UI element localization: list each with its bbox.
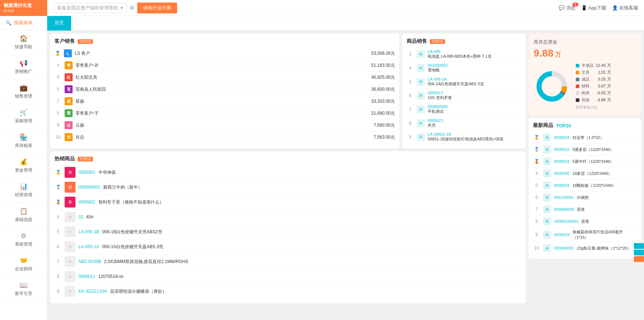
float-community-button[interactable]: 服务社区 [634,250,644,255]
sidebar-label-purchase: 采购管理 [15,118,32,124]
float-live-button[interactable]: 直播 [634,256,644,262]
dropdown-icon: ▾ [121,5,123,11]
new-name-5: 18颗粒板（1220*2440） [572,183,616,188]
hot-img-7: Ai [65,256,76,267]
hot-code-5: LA-056-1B [78,229,99,234]
legend-item-finished: 成品 0.25 万 [576,77,611,82]
list-item: 8 Ai 0000011 12070519-xs [54,269,521,284]
list-item: 5 Ai 0000029 18颗粒板（1220*2440） [533,180,637,192]
rank-4: 4 [54,63,62,68]
legend-dot-meat [576,91,579,95]
search-menu[interactable]: 🔍 搜索菜单 [0,16,47,30]
list-item: 10 Ai 003800001 22g鱼豆腐-烧烤味（1*12*20） [533,242,637,254]
legend-value-other: -3.86 万 [596,97,611,103]
new-name-4: 18多层（1220*2440） [572,171,612,176]
sidebar-label-finance: 资金管理 [15,167,32,173]
system-selector[interactable]: 装备及固定资产辅助管理系统 ▾ [53,3,127,13]
table-row: 3 Ai LA-089 电池盖 LA-089 ABS本色+黑种 7.1克 [407,48,521,61]
new-name-8: 原查 [581,219,589,224]
list-item: 9 Ai KK-SD22110H 花语萌恒温分腿睡袋（厚款） [54,284,521,299]
customer-top10-list: 🥇 L LS 客户 53,006.26元 4 零 零售客户-许 51,183. [54,48,395,143]
hot-name-5: 056-1B白色按键开关壳ABS2壳 [102,229,162,235]
product-code-3: LA-089 [428,49,521,54]
hot-img-8: Ai [65,271,76,282]
new-icon-1: Ai [543,134,551,141]
sidebar-item-operations[interactable]: 📊 经营管理 [0,178,47,203]
new-name-3: 5厘中纤（1220*2440） [572,159,614,164]
hot-name-3: 智利车子里（规格不知道填什么） [98,199,164,205]
logo-sub: 标准版 [4,8,32,13]
sidebar-item-sales[interactable]: 💼 销售管理 [0,79,47,104]
legend-item-semi: 半成品 12.45 万 [576,63,611,68]
new-icon-6: Ai [543,193,551,201]
legend-item-other: 其他 -3.86 万 [576,97,611,103]
table-row: 5 Ai LA-056-1A 056-1A白色按键开关盖ABS 3克 [407,75,521,89]
tab-home[interactable]: 首页 [47,16,71,30]
product-icon-7: Ai [417,106,425,114]
hot-products-badge: TOP10 [78,157,93,161]
inventory-unit: 万 [555,51,561,59]
service-button[interactable]: 👤 在线客服 [612,5,638,11]
float-service-button[interactable]: 客服热线 [634,243,644,249]
legend-label-stationery: 文具 [582,70,590,75]
product-code-5: LA-056-1A [428,77,521,81]
legend-dot-other [576,98,579,102]
message-button[interactable]: 💬 消息 6 [559,5,575,11]
product-name-6: 10S 变利罗浆 [428,95,521,100]
app-download-button[interactable]: 📱 App下载 [581,5,606,11]
sidebar-item-guide[interactable]: 📖 新手引导 [0,277,47,301]
sidebar-item-inventory[interactable]: 🏪 库存核算 [0,129,47,153]
sidebar-item-home[interactable]: 🏠 快捷导航 [0,30,47,55]
home-icon: 🏠 [20,34,28,42]
service-icon: 👤 [612,5,618,11]
customer-name-6: 苍南县人民医院 [76,86,368,93]
sidebar-item-marketing[interactable]: 📢 营销推广 [0,55,47,79]
new-name-7: 原查 [577,207,585,212]
settings-button[interactable]: ⚙ [127,3,137,13]
hot-products-list: 🥇 图 0000001 中华神器 🥈 图 000500001 新西兰牛肉（新牛） [54,165,521,299]
sidebar-item-finance[interactable]: 💰 资金管理 [0,153,47,178]
new-code-3: 0000031 [554,159,570,164]
marketing-icon: 📢 [20,59,28,67]
new-name-2: 5厘多层（1220*2440） [572,147,614,152]
legend-value-meat: -0.05 万 [596,90,611,96]
purchase-icon: 🛒 [20,108,28,116]
logo: 畅捷通好生意 标准版 [0,0,47,16]
table-row: 4 零 零售客户-许 51,183.00元 [54,60,395,71]
hot-img-5: Ai [65,226,76,237]
list-item: 6 Ai LA-056-1A 056-1A白色按键开关盖ABS 3壳 [54,239,521,254]
sidebar-item-enterprise[interactable]: 🤝 企业协同 [0,252,47,277]
new-icon-3: Ai [543,157,551,165]
legend-dot-finished [576,78,579,81]
sidebar-label-marketing: 营销推广 [15,69,32,75]
new-name-10: 22g鱼豆腐-烧烤味（1*12*20） [577,246,631,251]
sidebar-item-system[interactable]: ⚙ 系统管理 [0,227,47,252]
sidebar-label-operations: 经营管理 [15,192,32,198]
product-name-9: 59651-1B旋转投影灯电池盒ABS黑色+58克 [428,136,521,142]
product-icon-8: Ai [417,119,425,127]
list-item: 🥈 图 000500001 新西兰牛肉（新牛） [54,180,521,195]
message-badge: 6 [572,3,578,7]
product-icon: Ai [417,50,425,58]
hot-img-3: 图 [65,197,76,208]
sidebar-label-enterprise: 企业协同 [15,266,32,272]
hot-name-2: 新西兰牛肉（新牛） [103,184,142,190]
hot-code-3: 0000002 [78,200,95,205]
trial-button[interactable]: 体验行业方案 [137,3,177,13]
legend-label-semi: 半成品 [582,63,594,68]
sidebar-item-base-info[interactable]: 📋 基础信息 [0,203,47,227]
hot-name-1: 中华神器 [98,169,116,176]
new-code-6: 004100001 [554,195,574,200]
table-row: 5 红 红太阳文具 40,925.00元 [54,71,395,83]
sales-icon: 💼 [20,84,28,92]
hot-img-2: 图 [65,182,76,193]
legend-value-semi: 12.45 万 [596,63,611,68]
rank-6a: 6 [54,87,62,92]
new-icon-5: Ai [543,181,551,189]
app-label: App下载 [588,5,606,11]
new-name-6: 白钢垫 [577,195,589,200]
legend-item-stationery: 文具 1.01 万 [576,70,611,75]
sidebar-item-purchase[interactable]: 🛒 采购管理 [0,104,47,129]
hot-img-6: Ai [65,241,76,252]
new-code-1: 0000033 [554,135,570,140]
